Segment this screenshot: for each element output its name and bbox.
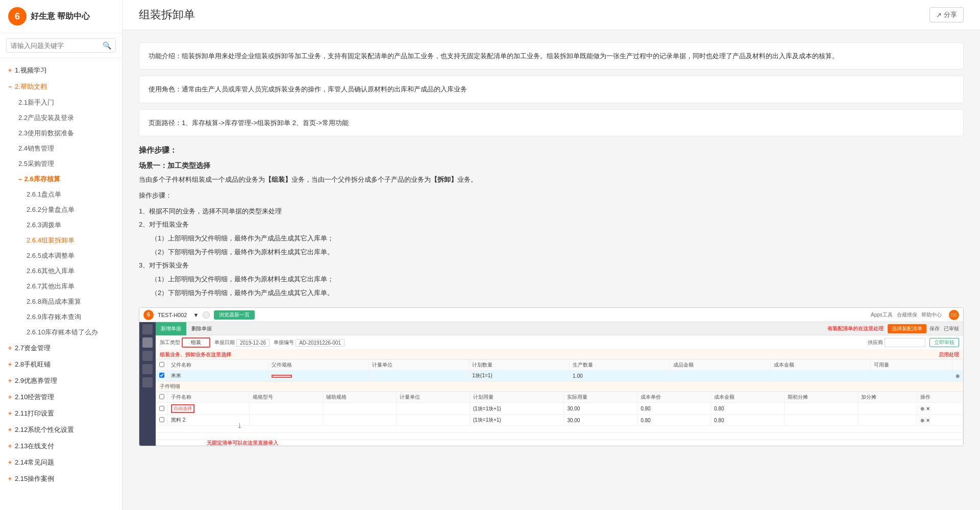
sidebar-label-video: 1.视频学习: [15, 66, 47, 75]
search-input[interactable]: [11, 42, 103, 50]
mock-arrow4-icon: ↑: [237, 421, 242, 431]
sidebar-item-2-8[interactable]: + 2.8手机旺铺: [0, 356, 122, 373]
mock-td2-check-2: [156, 415, 168, 426]
mock-no-value: AD-20191226-001: [296, 339, 345, 347]
mock-tabs-bar: 新增单据 删除单据 有装配清单的在这里处理 选择装配清单 保存 已审核: [156, 322, 963, 335]
mock-date-label: 单据日期: [214, 339, 235, 346]
sidebar-item-2-6-2[interactable]: 2.6.2分量盘点单: [0, 202, 122, 217]
mock-table1-body: 米米 1块(1=1) 1.00: [156, 371, 963, 381]
sidebar-item-2-6-8[interactable]: 2.6.8商品成本重算: [0, 294, 122, 309]
step-2: 2、对于组装业务: [139, 218, 964, 231]
sidebar-item-2-6-5[interactable]: 2.6.5成本调整单: [0, 248, 122, 263]
mock-td-parent-spec: [268, 371, 369, 381]
mock-td2-empty-3: [156, 426, 963, 433]
sidebar-item-2-6-7[interactable]: 2.6.7其他出库单: [0, 279, 122, 294]
step-2-2: （2）下部明细为子件明细，最终作为原材料生成其它出库单。: [151, 246, 964, 259]
mock-annotation3-label: 启用处理: [939, 351, 959, 358]
mock-table1-container: 父件名称 父件规格 计量单位 计划数量 生产数量 成品金额 成本金额 可用量: [156, 359, 963, 381]
mock-table2-head: 子件名称 规格型号 辅助规格 计量单位 计划用量 实际用量 成本单价 成本金额: [156, 392, 963, 403]
mock-table1-head: 父件名称 父件规格 计量单位 计划数量 生产数量 成品金额 成本金额 可用量: [156, 360, 963, 371]
mock-select-btn: 选择装配清单: [888, 324, 926, 333]
collapse-icon: −: [8, 83, 12, 90]
mock-date-value: 2019-12-26: [236, 339, 270, 347]
mock-sidebar-icon-2: [142, 337, 153, 348]
sidebar-item-2-13[interactable]: + 2.13在线支付: [0, 438, 122, 454]
mock-td-parent-name: 米米: [168, 371, 268, 381]
sidebar-item-2-14[interactable]: + 2.14常见问题: [0, 454, 122, 471]
mock-no-field: 单据编号 AD-20191226-001: [274, 339, 345, 347]
sidebar-item-2-6-1[interactable]: 2.6.1盘点单: [0, 187, 122, 202]
sidebar-item-2-9[interactable]: + 2.9优惠券管理: [0, 373, 122, 389]
sidebar-item-2-6-4[interactable]: 2.6.4组装拆卸单: [0, 233, 122, 248]
mock-logo-icon: 6: [143, 310, 154, 320]
mock-spec-input: [272, 375, 292, 378]
sidebar: 6 好生意 帮助中心 🔍 + 1.视频学习 − 2.帮助文档 2.1新手入门 2…: [0, 0, 122, 510]
mock-td2-aux-2: [323, 415, 396, 426]
mock-th2-add-share: 加分摊: [857, 392, 917, 403]
mock-td2-actual-1: 30.00: [564, 403, 638, 415]
mock-warehouse-input: [885, 338, 925, 347]
share-button[interactable]: ↗ 分享: [929, 7, 964, 22]
scene1-desc: 当由多个子件材料组装成一个成品的业务为【组装】业务，当由一个父件拆分成多个子产品…: [139, 174, 964, 186]
mock-td2-cost-amount-2: 0.80: [710, 415, 784, 426]
mock-th-parent-spec: 父件规格: [268, 360, 369, 371]
logo-text: 好生意 帮助中心: [31, 11, 90, 22]
mock-sidebar-icon-5: [142, 377, 153, 387]
share-icon: ↗: [936, 11, 942, 19]
plus-icon-2-13: +: [8, 443, 12, 450]
sidebar-item-2-7[interactable]: + 2.7资金管理: [0, 340, 122, 356]
mock-type-field: 加工类型 组装: [160, 337, 210, 348]
mock-th-op: [952, 360, 963, 371]
sidebar-item-2-3[interactable]: 2.3使用前数据准备: [0, 126, 122, 141]
sidebar-item-2-6-10[interactable]: 2.6.10库存账本错了么办: [0, 325, 122, 340]
mock-th2-spec: 规格型号: [250, 392, 323, 403]
mock-th2-plan-use: 计划用量: [470, 392, 564, 403]
sidebar-item-2-6-3[interactable]: 2.6.3调拨单: [0, 217, 122, 233]
sidebar-item-2-1[interactable]: 2.1新手入门: [0, 95, 122, 110]
logo-icon: 6: [8, 7, 27, 26]
sidebar-item-2-2[interactable]: 2.2产品安装及登录: [0, 110, 122, 126]
sidebar-item-2-6-6[interactable]: 2.6.6其他入库单: [0, 263, 122, 279]
plus-icon-2-8: +: [8, 361, 12, 368]
mock-td2-cost-price-1: 0.80: [638, 403, 711, 415]
mock-td2-spec-1: [250, 403, 323, 415]
mock-annotation2-label: 组装业务、拆卸业务在这里选择: [160, 351, 231, 358]
minus-icon-2-6: −: [18, 176, 22, 183]
mock-title: TEST-H002: [158, 312, 187, 318]
mock-th2-unit: 计量单位: [396, 392, 470, 403]
sidebar-item-2-10[interactable]: + 2.10经营管理: [0, 389, 122, 405]
mock-dropdown-icon: ▼: [193, 312, 199, 318]
mock-type-label: 加工类型: [160, 339, 180, 346]
mock-th-parent-name: 父件名称: [168, 360, 268, 371]
mock-td2-empty-4: [156, 433, 963, 440]
mock-table2-label: 子件明细: [156, 381, 963, 392]
path-block: 页面路径：1、库存核算->库存管理->组装拆卸单 2、首页->常用功能: [139, 109, 964, 136]
plus-icon-2-15: +: [8, 475, 12, 482]
mock-th-cost-amount: 成本金额: [770, 360, 871, 371]
step-2-sub: （1）上部明细为父件明细，最终作为产成品生成其它入库单； （2）下部明细为子件明…: [151, 232, 964, 258]
mock-content-area: 新增单据 删除单据 有装配清单的在这里处理 选择装配清单 保存 已审核 加工类型: [139, 322, 963, 446]
screenshot-container: 6 TEST-H002 ▼ 浏览器新一页 Apps工具 合规维保 帮助中心 CC: [139, 307, 964, 446]
mock-annotation1-label: 有装配清单的在这里处理: [827, 325, 888, 332]
mock-td2-add-share-2: [857, 415, 917, 426]
search-icon[interactable]: 🔍: [103, 41, 111, 50]
sidebar-item-2-15[interactable]: + 2.15操作案例: [0, 471, 122, 487]
step-3: 3、对于拆装业务: [139, 259, 964, 272]
mock-table2-header-row: 子件名称 规格型号 辅助规格 计量单位 计划用量 实际用量 成本单价 成本金额: [156, 392, 963, 403]
sidebar-item-2-4[interactable]: 2.4销售管理: [0, 141, 122, 156]
sidebar-item-2-12[interactable]: + 2.12系统个性化设置: [0, 422, 122, 438]
sidebar-item-video[interactable]: + 1.视频学习: [0, 62, 122, 79]
sidebar-item-2-5[interactable]: 2.5采购管理: [0, 156, 122, 172]
sidebar-item-2-6-9[interactable]: 2.6.9库存账本查询: [0, 309, 122, 325]
mock-name-input-1: 自由选择: [171, 404, 194, 413]
mock-td-avail: [871, 371, 952, 381]
mock-td-cost-amount: [770, 371, 871, 381]
sidebar-item-2-11[interactable]: + 2.11打印设置: [0, 405, 122, 422]
sidebar-item-docs[interactable]: − 2.帮助文档: [0, 79, 122, 95]
mock-td-op: ⊕: [952, 371, 963, 381]
plus-icon-2-9: +: [8, 377, 12, 384]
sidebar-item-2-6[interactable]: − 2.6库存核算: [0, 172, 122, 187]
main-content: 组装拆卸单 ↗ 分享 功能介绍：组装拆卸单用来处理企业组装或拆卸等加工业务，支持…: [122, 0, 980, 510]
search-box[interactable]: 🔍: [6, 38, 116, 53]
path-text: 页面路径：1、库存核算->库存管理->组装拆卸单 2、首页->常用功能: [149, 119, 349, 127]
